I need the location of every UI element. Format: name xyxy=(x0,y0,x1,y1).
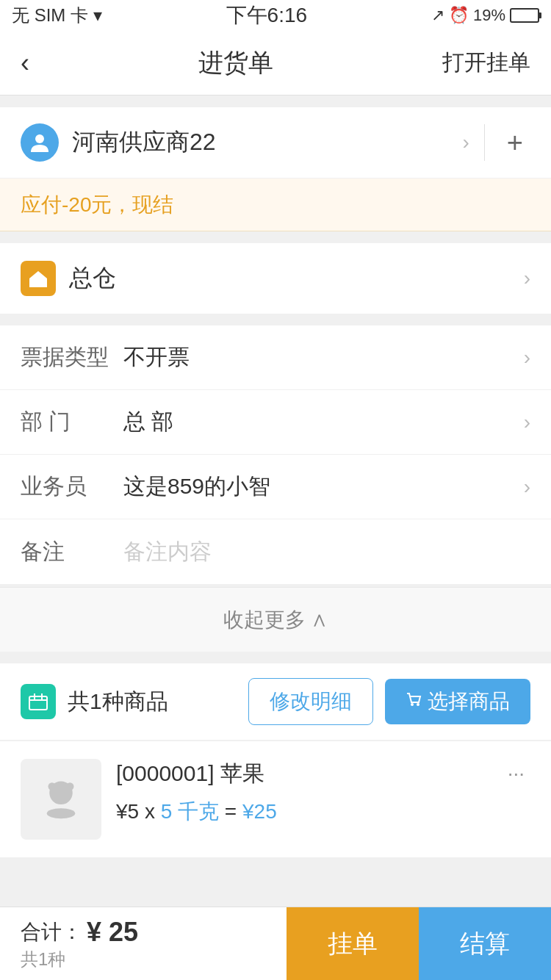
salesperson-value: 这是859的小智 xyxy=(123,472,516,502)
vertical-divider xyxy=(484,124,485,161)
collapse-text: 收起更多 ∧ xyxy=(223,608,328,631)
bottom-bar: 合计： ¥ 25 共1种 挂单 结算 xyxy=(0,907,551,980)
back-button[interactable]: ‹ xyxy=(21,48,29,79)
add-supplier-button[interactable]: + xyxy=(500,120,530,166)
total-label: 合计： ¥ 25 xyxy=(21,917,266,948)
remarks-input[interactable]: 备注内容 xyxy=(123,537,530,567)
svg-rect-1 xyxy=(35,280,41,287)
invoice-type-label: 票据类型 xyxy=(21,342,123,372)
invoice-type-value: 不开票 xyxy=(123,342,516,372)
status-right: ↗ ⏰ 19% xyxy=(431,6,539,25)
notice-text: 应付-20元，现结 xyxy=(21,193,173,216)
svg-point-6 xyxy=(47,808,76,818)
more-button[interactable]: ··· xyxy=(502,759,530,788)
notice-bar: 应付-20元，现结 xyxy=(0,179,551,231)
remarks-label: 备注 xyxy=(21,537,123,567)
battery-icon xyxy=(510,8,539,23)
select-product-button[interactable]: 选择商品 xyxy=(385,679,530,724)
product-item: [0000001] 苹果 ¥5 x 5 千克 = ¥25 ··· xyxy=(0,741,551,857)
warehouse-name: 总仓 xyxy=(69,262,516,295)
svg-point-8 xyxy=(66,782,74,790)
product-icon xyxy=(21,684,56,719)
invoice-type-row[interactable]: 票据类型 不开票 › xyxy=(0,325,551,390)
equals-sign: = xyxy=(225,800,242,823)
page-title: 进货单 xyxy=(198,46,273,80)
battery-percent: 19% xyxy=(473,6,505,25)
status-time: 下午6:16 xyxy=(226,1,308,29)
avatar xyxy=(21,123,59,162)
quantity: 5 xyxy=(161,800,173,823)
svg-point-7 xyxy=(48,782,57,790)
product-name: 苹果 xyxy=(220,761,264,785)
chevron-right-icon: › xyxy=(462,131,469,154)
department-value: 总 部 xyxy=(123,407,516,437)
alarm-icon: ⏰ xyxy=(449,6,469,25)
status-left: 无 SIM 卡 ▾ xyxy=(12,4,102,27)
product-thumbnail xyxy=(21,759,101,840)
chevron-right-icon: › xyxy=(524,475,530,499)
chevron-right-icon: › xyxy=(524,411,530,434)
svg-point-4 xyxy=(417,703,419,706)
supplier-row[interactable]: 河南供应商22 › xyxy=(21,107,469,178)
product-info: [0000001] 苹果 ¥5 x 5 千克 = ¥25 xyxy=(116,759,487,826)
multiply-sign: x xyxy=(145,800,161,823)
checkout-button[interactable]: 结算 xyxy=(419,907,551,980)
warehouse-section[interactable]: 总仓 › xyxy=(0,243,551,314)
edit-detail-button[interactable]: 修改明细 xyxy=(248,678,373,725)
svg-point-0 xyxy=(35,134,44,143)
svg-point-3 xyxy=(411,703,414,706)
remarks-row[interactable]: 备注 备注内容 xyxy=(0,519,551,584)
total-sub: 共1种 xyxy=(21,948,266,971)
product-price: ¥5 x 5 千克 = ¥25 xyxy=(116,798,487,826)
product-code: [0000001] xyxy=(116,761,214,785)
total-section: 合计： ¥ 25 共1种 xyxy=(0,907,287,980)
form-section: 票据类型 不开票 › 部 门 总 部 › 业务员 这是859的小智 › 备注 备… xyxy=(0,325,551,584)
collapse-bar[interactable]: 收起更多 ∧ xyxy=(0,587,551,652)
product-title: [0000001] 苹果 xyxy=(116,759,487,789)
sim-status: 无 SIM 卡 ▾ xyxy=(12,4,102,27)
total-price: ¥25 xyxy=(242,800,277,823)
unit: 千克 xyxy=(178,800,219,823)
main-content: 河南供应商22 › + 应付-20元，现结 总仓 › 票据类型 不开票 › 部 … xyxy=(0,107,551,938)
department-label: 部 门 xyxy=(21,407,123,437)
warehouse-icon xyxy=(21,261,56,296)
product-header: 共1种商品 修改明细 选择商品 xyxy=(0,663,551,740)
salesperson-label: 业务员 xyxy=(21,472,123,502)
select-product-label: 选择商品 xyxy=(428,688,510,716)
product-count: 共1种商品 xyxy=(68,687,248,717)
unit-price: ¥5 xyxy=(116,800,139,823)
chevron-right-icon: › xyxy=(524,267,530,290)
salesperson-row[interactable]: 业务员 这是859的小智 › xyxy=(0,455,551,519)
location-icon: ↗ xyxy=(431,6,444,25)
chevron-right-icon: › xyxy=(524,346,530,370)
department-row[interactable]: 部 门 总 部 › xyxy=(0,390,551,455)
supplier-name: 河南供应商22 xyxy=(72,126,455,159)
status-bar: 无 SIM 卡 ▾ 下午6:16 ↗ ⏰ 19% xyxy=(0,0,551,31)
svg-rect-2 xyxy=(29,696,47,710)
hang-button[interactable]: 挂单 xyxy=(287,907,419,980)
cart-icon xyxy=(406,690,422,713)
open-pending-button[interactable]: 打开挂单 xyxy=(442,48,530,78)
nav-bar: ‹ 进货单 打开挂单 xyxy=(0,31,551,96)
total-amount: ¥ 25 xyxy=(87,917,138,948)
supplier-section: 河南供应商22 › + xyxy=(0,107,551,179)
